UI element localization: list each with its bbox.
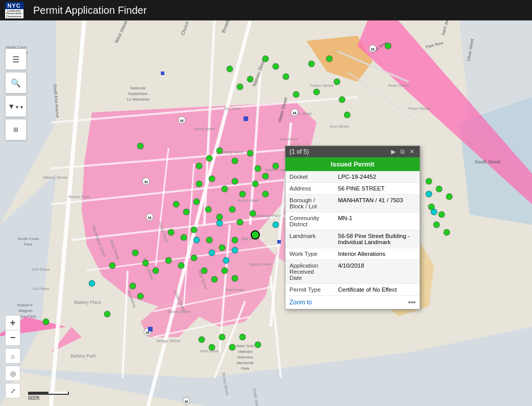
field-label-3: Community District — [285, 212, 334, 230]
svg-point-154 — [426, 178, 432, 184]
svg-point-143 — [165, 257, 172, 264]
svg-point-182 — [251, 231, 259, 239]
svg-point-138 — [232, 237, 238, 243]
locate-button[interactable]: ◎ — [5, 366, 20, 381]
svg-point-104 — [293, 91, 299, 98]
fullscreen-button[interactable]: ⤢ — [5, 383, 20, 398]
search-button[interactable]: 🔍 — [5, 72, 27, 93]
svg-point-122 — [239, 191, 246, 197]
field-label-4: Landmark — [285, 230, 334, 248]
svg-point-164 — [229, 344, 235, 350]
svg-point-174 — [232, 247, 238, 253]
svg-point-141 — [142, 260, 149, 266]
search-icon: 🔍 — [11, 78, 21, 88]
svg-point-102 — [308, 61, 315, 67]
svg-text:Vietnam: Vietnam — [237, 349, 253, 354]
popup-titlebar: (1 of 5) ▶ ⧉ ✕ — [285, 146, 420, 157]
commission-text: LandmarksPreservationCommission — [6, 9, 22, 19]
svg-point-130 — [229, 206, 235, 212]
svg-text:September: September — [128, 91, 148, 96]
svg-point-145 — [191, 255, 197, 261]
popup-title: (1 of 5) — [289, 148, 309, 155]
map-svg: West Street Church Street Broadway Nassa… — [0, 20, 532, 406]
svg-point-148 — [222, 268, 228, 274]
svg-point-153 — [43, 319, 49, 325]
svg-point-159 — [433, 222, 440, 228]
svg-point-133 — [168, 229, 174, 235]
svg-text:Battery Park: Battery Park — [70, 353, 96, 359]
filter-button[interactable]: ▼▼▼ — [5, 95, 27, 117]
svg-point-131 — [237, 219, 243, 225]
field-label-7: Permit Type — [285, 284, 334, 296]
svg-point-146 — [201, 268, 207, 274]
scale-bar: 600ft — [28, 392, 69, 401]
svg-point-139 — [109, 262, 115, 269]
field-value-3: MN-1 — [334, 212, 420, 230]
zoom-controls: + − — [5, 315, 20, 346]
svg-text:M: M — [185, 399, 188, 404]
svg-point-151 — [137, 293, 143, 299]
svg-text:M: M — [180, 118, 184, 123]
field-value-6: 4/10/2018 — [334, 260, 420, 284]
field-label-1: Address — [285, 183, 334, 195]
popup-close-button[interactable]: ✕ — [408, 148, 416, 155]
svg-text:Ann Street: Ann Street — [330, 124, 350, 129]
more-options-button[interactable]: ••• — [408, 298, 416, 306]
permit-status-bar: Issued Permit — [285, 157, 420, 171]
svg-point-99 — [262, 56, 269, 62]
svg-text:Bridge Street: Bridge Street — [157, 339, 181, 343]
svg-point-98 — [227, 66, 233, 72]
svg-point-117 — [273, 163, 279, 169]
popup-footer: Zoom to ••• — [285, 296, 420, 309]
svg-text:Exchange Place: Exchange Place — [255, 214, 281, 218]
svg-text:Wagner: Wagner — [18, 308, 33, 313]
svg-text:2nd Place: 2nd Place — [32, 267, 50, 272]
svg-text:Liberty Street: Liberty Street — [194, 127, 215, 131]
navigation-controls: ⌂ ◎ ⤢ — [5, 348, 20, 398]
svg-point-147 — [211, 276, 217, 282]
svg-point-144 — [178, 262, 184, 269]
zoom-out-button[interactable]: − — [5, 330, 20, 346]
map-controls: + − ⌂ ◎ ⤢ — [5, 315, 20, 398]
field-value-7: Certificate of No Effect — [334, 284, 420, 296]
svg-point-170 — [216, 220, 223, 226]
svg-point-123 — [252, 181, 258, 187]
field-value-0: LPC-19-24452 — [334, 171, 420, 183]
popup-window-button[interactable]: ⧉ — [399, 148, 406, 155]
svg-point-118 — [196, 181, 202, 187]
home-button[interactable]: ⌂ — [5, 348, 20, 364]
scale-label: 600ft — [28, 395, 39, 401]
svg-point-111 — [206, 155, 212, 161]
svg-point-128 — [205, 206, 211, 212]
svg-point-168 — [385, 43, 391, 49]
svg-text:Robert F.: Robert F. — [17, 303, 34, 307]
svg-text:Pearl Street: Pearl Street — [226, 288, 245, 292]
layers-icon: ⊞ — [13, 126, 18, 133]
popup-play-button[interactable]: ▶ — [390, 148, 397, 155]
svg-text:National: National — [130, 86, 146, 90]
toolbar: ☰ 🔍 ▼▼▼ ⊞ — [5, 49, 27, 140]
zoom-in-button[interactable]: + — [5, 315, 20, 330]
list-button[interactable]: ☰ — [5, 49, 27, 70]
svg-text:Memorial: Memorial — [237, 361, 254, 365]
scale-line — [28, 392, 69, 395]
svg-point-126 — [183, 209, 189, 215]
svg-text:South Cove: South Cove — [17, 236, 39, 241]
svg-point-172 — [209, 250, 215, 256]
layers-button[interactable]: ⊞ — [5, 119, 27, 140]
permit-details-table: DocketLPC-19-24452Address56 PINE STREETB… — [285, 171, 420, 296]
svg-point-110 — [196, 163, 202, 169]
svg-point-121 — [232, 178, 238, 184]
svg-point-96 — [273, 63, 279, 69]
svg-text:John Street: John Street — [279, 137, 298, 141]
svg-point-158 — [439, 211, 445, 218]
svg-text:Rector Street: Rector Street — [237, 199, 258, 202]
zoom-to-link[interactable]: Zoom to — [289, 299, 312, 306]
svg-point-132 — [250, 210, 256, 217]
svg-text:Liberty Street: Liberty Street — [222, 150, 243, 154]
map-container[interactable]: West Street Church Street Broadway Nassa… — [0, 20, 532, 406]
svg-text:Rector Park: Rector Park — [68, 195, 90, 199]
svg-point-134 — [181, 234, 187, 241]
svg-point-105 — [313, 89, 320, 95]
svg-point-175 — [273, 222, 279, 228]
